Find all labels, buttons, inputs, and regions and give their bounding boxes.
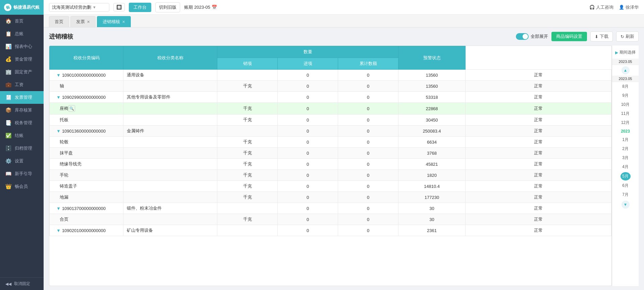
cell-unit: 千克 [217,115,278,126]
assets-icon: 🏢 [5,69,11,75]
period-display: 账期 2023-05 📅 [184,4,217,10]
cell-warning: 正常 [466,92,611,103]
switch-old-button[interactable]: 切到旧版 [155,2,180,12]
cell-sales: 0 [278,81,338,92]
cell-name: 通用设备 [123,70,217,81]
cell-unit [217,126,278,137]
user-item[interactable]: 👤 徐泽华 [619,4,639,10]
cell-cumulative: 177230 [398,192,466,203]
right-panel: ▶ 期间选择 2023.05 ▲ 2023.05 8月 9月 10月 11月 1… [612,46,639,286]
home-icon: 🏠 [5,18,11,24]
unpin-button[interactable]: ◀◀ 取消固定 [0,277,44,290]
cell-sales: 0 [278,92,338,103]
month-1[interactable]: 1月 [612,135,639,144]
month-8[interactable]: 8月 [612,82,639,91]
cell-empty [123,181,217,192]
sidebar-item-checkout[interactable]: ✅ 结账 [0,129,44,142]
support-item[interactable]: 🎧 人工咨询 [589,4,613,10]
cell-sales: 0 [278,70,338,81]
sidebar-item-vip[interactable]: 👑 畅会员 [0,180,44,193]
cell-unit: 千克 [217,103,278,115]
nav-up-arrow[interactable]: ▲ [622,66,630,74]
nav-down-arrow[interactable]: ▼ [622,201,630,209]
sidebar-item-payroll[interactable]: 💼 工资 [0,78,44,91]
app-name: 畅捷通易代账 [13,4,40,10]
cell-unit [217,225,278,236]
sidebar-item-label: 报表中心 [15,44,32,50]
content-area: 进销稽核 全部展开 商品编码设置 ⬇ 下载 ↻ 刷新 [44,27,644,290]
cell-unit [217,70,278,81]
sidebar-item-settings[interactable]: ⚙️ 设置 [0,155,44,167]
company-selector[interactable]: 沈海英测试经营勿删 ▾ [49,3,109,12]
cell-purchase: 0 [338,225,398,236]
product-code-button[interactable]: 商品编码设置 [551,32,587,41]
collapse-arrow[interactable]: ▼ [56,206,61,211]
chevron-down-icon: ▾ [93,5,96,10]
month-10[interactable]: 10月 [612,100,639,109]
cell-empty [123,115,217,126]
cell-warning: 正常 [466,126,611,137]
year-label-2023-prev: 2023.05 [612,59,639,65]
cell-empty [123,170,217,181]
collapse-arrow[interactable]: ▼ [56,73,61,78]
cell-code: ▼109013600000000000 [50,126,123,137]
collapse-arrow[interactable]: ▼ [56,95,61,100]
app-logo: 畅 畅捷通易代账 [0,0,44,15]
tab-home[interactable]: 首页 [49,16,69,27]
ledger-icon: 📋 [5,31,11,37]
cell-cumulative: 1820 [398,170,466,181]
tab-home-label: 首页 [55,19,63,25]
sidebar-item-inventory[interactable]: 📦 库存核算 [0,104,44,117]
cell-code: ▼109029900000000000 [50,92,123,103]
sidebar-item-fund[interactable]: 💰 资金管理 [0,53,44,66]
tab-invoice[interactable]: 发票 ✕ [70,16,96,27]
collapse-arrow[interactable]: ▼ [56,129,61,134]
month-4[interactable]: 4月 [612,162,639,171]
month-2[interactable]: 2月 [612,144,639,153]
cell-purchase: 0 [338,92,398,103]
tax-icon: 📑 [5,120,11,126]
cell-purchase: 0 [338,137,398,148]
cell-sales: 0 [278,203,338,214]
cell-child-name: 绝缘导线壳 [50,159,123,170]
month-11[interactable]: 11月 [612,109,639,118]
cell-child-name: 合页 [50,214,123,225]
cell-warning: 正常 [466,181,611,192]
cell-code: ▼109020100000000000 [50,225,123,236]
vip-icon: 👑 [5,184,11,190]
sidebar-item-archive[interactable]: 🗄️ 归档管理 [0,142,44,155]
save-button[interactable]: 🔲 [113,3,125,11]
download-button[interactable]: ⬇ 下载 [590,31,613,42]
workbench-button[interactable]: 工作台 [129,3,151,12]
sidebar-item-ledger[interactable]: 📋 总账 [0,27,44,40]
month-7[interactable]: 7月 [612,190,639,199]
month-6[interactable]: 6月 [612,181,639,190]
sidebar-item-tax[interactable]: 📑 税务管理 [0,117,44,129]
tab-reconcile[interactable]: 进销稽核 ✕ [97,16,131,27]
cell-warning: 正常 [466,115,611,126]
collapse-arrow[interactable]: ▼ [56,228,61,233]
sidebar-item-invoice[interactable]: 🧾 发票管理 [0,91,44,104]
th-purchase: 进项 [278,58,338,70]
refresh-button[interactable]: ↻ 刷新 [616,31,639,42]
cell-cumulative: 30 [398,203,466,214]
sidebar-item-label: 固定资产 [15,69,32,75]
sidebar-item-assets[interactable]: 🏢 固定资产 [0,66,44,78]
expand-toggle[interactable] [516,33,529,40]
sidebar-item-guide[interactable]: 📖 新手引导 [0,167,44,180]
month-9[interactable]: 9月 [612,91,639,100]
cell-purchase: 0 [338,126,398,137]
sidebar-item-label: 结账 [15,133,23,139]
sidebar-item-home[interactable]: 🏠 首页 [0,15,44,27]
search-icon[interactable]: 🔍 [68,105,75,112]
toggle-label: 全部展开 [531,33,548,40]
cell-child-name: 手轮 [50,170,123,181]
sidebar-item-report[interactable]: 📊 报表中心 [0,40,44,53]
cell-child-name: 轴 [50,81,123,92]
month-12[interactable]: 12月 [612,118,639,127]
close-icon[interactable]: ✕ [122,20,125,24]
month-5[interactable]: 5月 [621,172,631,180]
cell-warning: 正常 [466,103,611,115]
close-icon[interactable]: ✕ [87,20,90,24]
month-3[interactable]: 3月 [612,153,639,162]
